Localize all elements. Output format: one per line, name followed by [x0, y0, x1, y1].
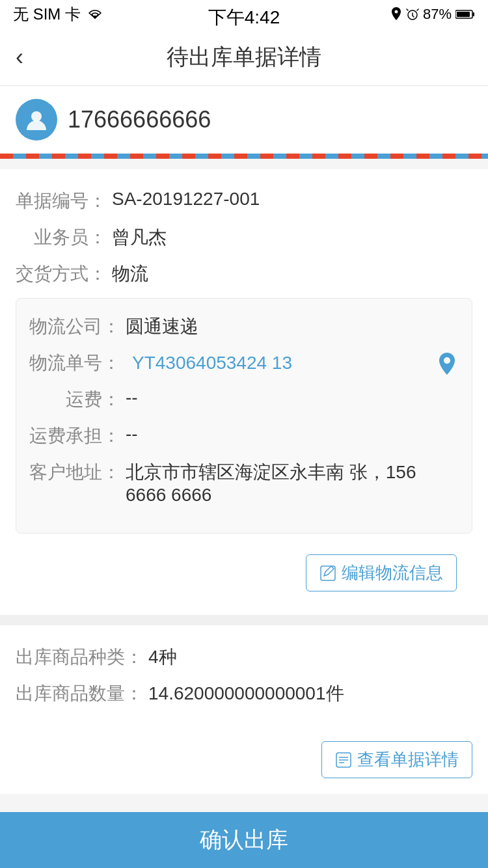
- freight-bear-row: 运费承担： --: [29, 424, 459, 448]
- order-number-label: 单据编号：: [16, 189, 107, 213]
- wifi-icon: [86, 8, 104, 21]
- product-type-label: 出库商品种类：: [16, 645, 143, 670]
- product-qty-row: 出库商品数量： 14.620000000000001件: [16, 681, 472, 706]
- edit-logistics-label: 编辑物流信息: [342, 562, 443, 584]
- order-info-section: 单据编号： SA-20191227-001 业务员： 曾凡杰 交货方式： 物流 …: [0, 169, 488, 615]
- confirm-button[interactable]: 确认出库: [0, 825, 488, 855]
- alarm-status-icon: [406, 7, 419, 21]
- product-qty-value: 14.620000000000001件: [148, 681, 472, 706]
- nav-bar: ‹ 待出库单据详情: [0, 29, 488, 86]
- product-qty-label: 出库商品数量：: [16, 681, 143, 706]
- order-number-row: 单据编号： SA-20191227-001: [16, 189, 472, 213]
- status-right: 87%: [390, 6, 475, 23]
- order-number-value: SA-20191227-001: [112, 189, 472, 210]
- main-content: 17666666666 单据编号： SA-20191227-001 业务员： 曾…: [0, 86, 488, 859]
- address-value: 北京市市辖区海淀区永丰南 张，156 6666 6666: [126, 460, 459, 506]
- freight-bear-value: --: [126, 424, 459, 444]
- battery-icon: [455, 9, 475, 20]
- edit-icon: [319, 565, 336, 582]
- status-bar: 无 SIM 卡 下午4:42 87%: [0, 0, 488, 29]
- location-status-icon: [390, 7, 402, 21]
- salesperson-label: 业务员：: [16, 225, 107, 250]
- status-carrier: 无 SIM 卡: [13, 4, 104, 25]
- svg-point-4: [31, 111, 42, 122]
- edit-logistics-button[interactable]: 编辑物流信息: [306, 554, 457, 591]
- salesperson-value: 曾凡杰: [112, 225, 472, 250]
- svg-rect-2: [473, 12, 475, 16]
- logistics-card: 物流公司： 圆通速递 物流单号： YT43064053424 13 运费： --…: [16, 298, 472, 534]
- logistics-company-row: 物流公司： 圆通速递: [29, 314, 459, 339]
- logistics-company-value: 圆通速递: [126, 314, 459, 339]
- list-icon: [335, 752, 352, 768]
- tracking-location-icon[interactable]: [435, 351, 459, 375]
- address-label: 客户地址：: [29, 460, 120, 485]
- contact-phone: 17666666666: [68, 106, 211, 133]
- view-details-label: 查看单据详情: [357, 748, 459, 771]
- freight-row: 运费： --: [29, 387, 459, 412]
- status-time: 下午4:42: [208, 5, 280, 30]
- product-type-row: 出库商品种类： 4种: [16, 645, 472, 670]
- back-button[interactable]: ‹: [16, 44, 23, 71]
- page-title: 待出库单据详情: [167, 42, 321, 72]
- carrier-text: 无 SIM 卡: [13, 4, 81, 25]
- address-row: 客户地址： 北京市市辖区海淀区永丰南 张，156 6666 6666: [29, 460, 459, 506]
- contact-header: 17666666666: [0, 86, 488, 154]
- tracking-label: 物流单号：: [29, 351, 120, 375]
- battery-percent: 87%: [423, 6, 452, 23]
- svg-rect-3: [457, 12, 470, 17]
- tracking-value: YT43064053424 13: [132, 353, 429, 373]
- section-divider: [0, 615, 488, 625]
- view-details-btn-wrap: 查看单据详情: [0, 731, 488, 794]
- product-section: 出库商品种类： 4种 出库商品数量： 14.620000000000001件: [0, 625, 488, 731]
- product-type-value: 4种: [148, 645, 472, 670]
- logistics-company-label: 物流公司：: [29, 314, 120, 339]
- freight-label: 运费：: [29, 387, 120, 412]
- view-details-button[interactable]: 查看单据详情: [321, 741, 472, 778]
- tracking-row: 物流单号： YT43064053424 13: [29, 351, 459, 375]
- avatar: [16, 99, 57, 141]
- delivery-value: 物流: [112, 262, 472, 286]
- salesperson-row: 业务员： 曾凡杰: [16, 225, 472, 250]
- edit-logistics-btn-wrap: 编辑物流信息: [16, 544, 472, 602]
- delivery-row: 交货方式： 物流: [16, 262, 472, 286]
- confirm-button-wrap[interactable]: 确认出库: [0, 812, 488, 868]
- freight-bear-label: 运费承担：: [29, 424, 120, 448]
- delivery-label: 交货方式：: [16, 262, 107, 286]
- dashed-divider: [0, 154, 488, 159]
- freight-value: --: [126, 387, 459, 408]
